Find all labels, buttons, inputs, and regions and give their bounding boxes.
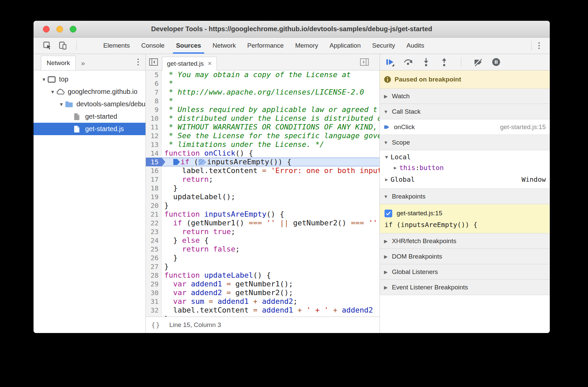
breakpoint-entry[interactable]: get-started.js:15 if (inputsAreEmpty()) … [380, 204, 550, 233]
tab-performance[interactable]: Performance [242, 38, 290, 54]
code-line: label.textContent = 'Error: one or both … [162, 166, 379, 175]
file-tab-label: get-started.js [167, 60, 204, 67]
sidebar-item-googlechrome-github-io[interactable]: ▼googlechrome.github.io [34, 86, 145, 98]
deactivate-breakpoints-icon[interactable] [473, 57, 483, 67]
line-number[interactable]: 22 [146, 219, 161, 227]
show-debugger-sidebar-icon[interactable] [359, 57, 369, 67]
section-label: DOM Breakpoints [392, 253, 442, 260]
line-number[interactable]: 28 [146, 271, 161, 280]
close-tab-icon[interactable]: × [208, 60, 212, 67]
line-number[interactable]: 7 [146, 88, 161, 97]
line-number[interactable]: 14 [146, 149, 161, 158]
line-number[interactable]: 32 [146, 306, 161, 315]
line-number[interactable]: 12 [146, 131, 161, 140]
minimize-window-button[interactable] [56, 26, 63, 33]
line-number-gutter: 5678910111213141516171819202122232425262… [146, 70, 162, 317]
section-label: Global Listeners [392, 268, 438, 276]
current-frame-arrow-icon [384, 125, 390, 129]
pause-on-exceptions-icon[interactable] [491, 57, 501, 67]
resume-script-icon[interactable] [385, 57, 395, 67]
line-number[interactable]: 33 [146, 315, 161, 317]
section-scope[interactable]: ▼ Scope [380, 135, 550, 150]
tab-network[interactable]: Network [41, 56, 76, 70]
step-over-icon[interactable] [403, 57, 413, 67]
section-event-listener-breakpoints[interactable]: ▶ Event Listener Breakpoints [380, 280, 550, 295]
line-number[interactable]: 11 [146, 123, 161, 131]
line-number[interactable]: 24 [146, 236, 161, 245]
sidebar-item-get-started-js[interactable]: get-started.js [34, 123, 145, 135]
code-line: return true; [162, 227, 379, 236]
line-number[interactable]: 31 [146, 297, 161, 306]
section-dom-breakpoints[interactable]: ▶ DOM Breakpoints [380, 249, 550, 264]
tab-sources[interactable]: Sources [170, 38, 207, 54]
step-into-icon[interactable] [421, 57, 431, 67]
section-label: XHR/fetch Breakpoints [392, 237, 456, 245]
line-number[interactable]: 23 [146, 227, 161, 236]
file-tree: ▼top▼googlechrome.github.io▼devtools-sam… [34, 70, 145, 333]
line-number[interactable]: 6 [146, 79, 161, 88]
scope-group-global[interactable]: ▶ Global Window [380, 173, 550, 186]
breakpoint-checkbox[interactable] [385, 210, 392, 217]
line-number[interactable]: 21 [146, 210, 161, 219]
continue-to-here-marker-icon[interactable] [198, 159, 207, 165]
line-number[interactable]: 13 [146, 140, 161, 149]
section-global-listeners[interactable]: ▶ Global Listeners [380, 264, 550, 280]
sidebar-kebab-menu-icon[interactable] [134, 57, 142, 67]
line-number[interactable]: 29 [146, 280, 161, 288]
line-number[interactable]: 8 [146, 97, 161, 105]
zoom-window-button[interactable] [70, 26, 76, 33]
scope-group-local[interactable]: ▼ Local [380, 152, 550, 162]
section-call-stack[interactable]: ▼ Call Stack [380, 104, 550, 119]
tab-memory[interactable]: Memory [289, 38, 324, 54]
paused-banner: Paused on breakpoint [380, 70, 550, 89]
tab-application[interactable]: Application [324, 38, 366, 54]
kebab-menu-icon[interactable] [535, 40, 543, 51]
line-number[interactable]: 9 [146, 105, 161, 114]
scope-property-this[interactable]: ▶ this : button [380, 162, 550, 173]
tab-audits[interactable]: Audits [401, 38, 430, 54]
device-toolbar-icon[interactable] [58, 41, 68, 51]
code-line: label.textContent = addend1 + ' + ' + ad… [162, 306, 379, 315]
tree-item-label: devtools-samples/debug-js [76, 100, 145, 108]
line-number[interactable]: 10 [146, 114, 161, 123]
section-breakpoints[interactable]: ▼ Breakpoints [380, 189, 550, 204]
pretty-print-icon[interactable]: {} [151, 321, 161, 329]
line-number[interactable]: 17 [146, 175, 161, 184]
section-label: Watch [392, 93, 410, 100]
collapse-navigator-icon[interactable] [149, 57, 159, 67]
line-number[interactable]: 19 [146, 192, 161, 201]
line-number[interactable]: 26 [146, 254, 161, 262]
tab-elements[interactable]: Elements [98, 38, 135, 54]
disclosure-expanded-icon[interactable]: ▼ [58, 102, 65, 107]
sidebar-item-top[interactable]: ▼top [34, 73, 145, 86]
inspect-cursor-icon[interactable] [42, 41, 52, 51]
tab-network[interactable]: Network [207, 38, 242, 54]
section-watch[interactable]: ▶ Watch [380, 89, 550, 104]
tab-console[interactable]: Console [135, 38, 170, 54]
tree-item-label: get-started.js [85, 125, 124, 133]
line-number[interactable]: 30 [146, 288, 161, 297]
line-number[interactable]: 18 [146, 184, 161, 192]
step-out-icon[interactable] [439, 57, 449, 67]
line-number[interactable]: 16 [146, 166, 161, 175]
sidebar-item-get-started[interactable]: get-started [34, 110, 145, 123]
code-line: * Unless required by applicable law or a… [162, 105, 379, 114]
line-number[interactable]: 27 [146, 262, 161, 271]
disclosure-collapsed-icon: ▶ [393, 165, 398, 170]
code-line: } [162, 315, 379, 317]
line-number[interactable]: 20 [146, 201, 161, 210]
section-xhr-breakpoints[interactable]: ▶ XHR/fetch Breakpoints [380, 233, 550, 249]
code-line: } else { [162, 236, 379, 245]
close-window-button[interactable] [43, 26, 50, 33]
line-number[interactable]: 5 [146, 70, 161, 79]
more-tabs-icon[interactable]: » [81, 59, 85, 67]
file-tab-get-started-js[interactable]: get-started.js × [162, 57, 217, 71]
call-stack-frame[interactable]: onClick get-started.js:15 [380, 119, 550, 135]
disclosure-expanded-icon[interactable]: ▼ [49, 89, 56, 95]
line-number[interactable]: 25 [146, 245, 161, 254]
sidebar-item-devtools-samples-debug-js[interactable]: ▼devtools-samples/debug-js [34, 98, 145, 110]
tab-security[interactable]: Security [366, 38, 401, 54]
line-number[interactable]: 15 [146, 158, 161, 166]
disclosure-expanded-icon[interactable]: ▼ [40, 77, 48, 82]
scope-group-label: Local [391, 153, 411, 161]
